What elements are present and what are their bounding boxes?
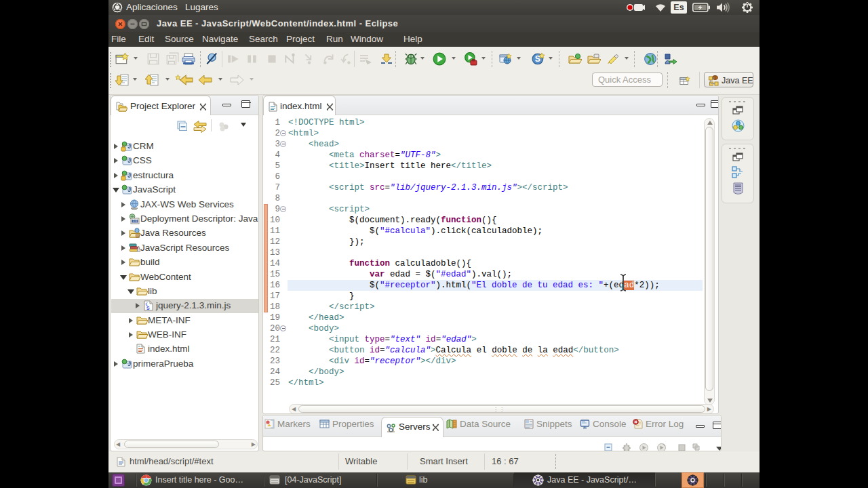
svg-text:S: S xyxy=(146,306,150,310)
svg-text:3.0: 3.0 xyxy=(133,220,138,223)
